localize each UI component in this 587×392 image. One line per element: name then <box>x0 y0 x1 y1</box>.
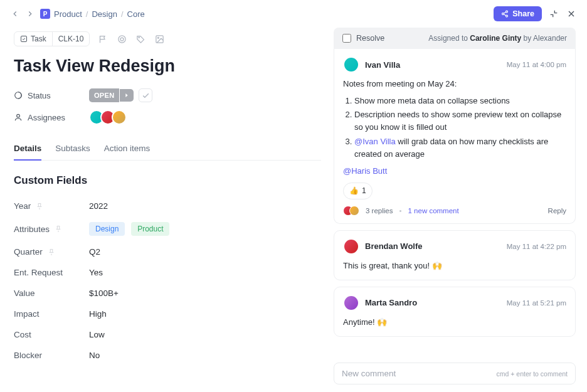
cf-row: Blocker No <box>14 345 321 366</box>
cf-value[interactable]: Design Product <box>89 222 173 236</box>
tag[interactable]: Design <box>89 222 125 236</box>
comment-card: Brendan Wolfe May 11 at 4:22 pm This is … <box>334 230 576 280</box>
tab-action-items[interactable]: Action items <box>104 139 151 160</box>
cf-value[interactable]: Yes <box>89 268 103 277</box>
reaction-button[interactable]: 👍1 <box>343 183 373 199</box>
task-tabs: Details Subtasks Action items <box>14 139 321 161</box>
collapse-icon[interactable] <box>548 8 559 19</box>
resolve-bar: Resolve Assigned to Caroline Ginty by Al… <box>334 28 576 49</box>
tag[interactable]: Product <box>131 222 169 236</box>
assignees-label: Assignees <box>28 113 65 122</box>
comment-list-item: Show more meta data on collapse sections <box>354 94 566 108</box>
svg-point-1 <box>502 13 504 15</box>
svg-marker-14 <box>126 93 128 97</box>
cf-row: Year 2022 <box>14 196 321 216</box>
comment-text: Anytime! 🙌 <box>343 311 566 329</box>
resolve-label: Resolve <box>356 34 384 43</box>
breadcrumb-item[interactable]: Core <box>127 9 145 19</box>
comment-card: Ivan Villa May 11 at 4:00 pm Notes from … <box>334 49 576 224</box>
comment-composer: cmd + enter to comment <box>334 363 576 384</box>
cf-value[interactable]: 2022 <box>89 201 108 211</box>
svg-point-15 <box>17 114 20 117</box>
custom-fields-heading: Custom Fields <box>14 161 321 196</box>
breadcrumb-separator: / <box>86 9 88 19</box>
svg-point-2 <box>506 15 508 17</box>
new-comment-link[interactable]: 1 new comment <box>408 207 459 215</box>
svg-line-4 <box>504 12 506 13</box>
cf-label: Quarter <box>14 247 43 257</box>
comment-author: Ivan Villa <box>365 60 400 70</box>
nav-forward-icon[interactable] <box>25 9 35 19</box>
cf-value[interactable]: Low <box>89 330 105 339</box>
breadcrumb-item[interactable]: Product <box>54 9 82 19</box>
task-title[interactable]: Task View Redesign <box>14 54 321 85</box>
chip-id-label: CLK-10 <box>52 32 90 46</box>
cf-label: Year <box>14 201 31 211</box>
image-icon[interactable] <box>155 34 165 44</box>
mention[interactable]: @Haris Butt <box>343 165 566 177</box>
svg-point-9 <box>120 38 124 41</box>
share-button[interactable]: Share <box>494 6 542 21</box>
reply-avatars <box>343 206 359 216</box>
comment-list-item: Description needs to show some preview t… <box>354 108 566 134</box>
cf-row: Cost Low <box>14 324 321 345</box>
cf-row: Quarter Q2 <box>14 241 321 262</box>
resolve-checkbox[interactable] <box>342 34 351 43</box>
space-icon: P <box>40 9 50 19</box>
cf-row: Attributes Design Product <box>14 216 321 241</box>
breadcrumb-item[interactable]: Design <box>92 9 117 19</box>
comment-input[interactable] <box>342 369 496 378</box>
share-icon <box>501 10 509 18</box>
topbar: P Product / Design / Core Share <box>0 0 587 28</box>
tag-icon[interactable] <box>136 34 146 44</box>
share-label: Share <box>512 9 534 18</box>
pin-icon <box>55 225 62 233</box>
sprint-icon[interactable] <box>117 34 127 44</box>
reply-button[interactable]: Reply <box>548 207 566 215</box>
comment-time: May 11 at 5:21 pm <box>507 299 566 307</box>
cf-row: Value $100B+ <box>14 283 321 304</box>
tab-details[interactable]: Details <box>14 139 41 161</box>
close-icon[interactable] <box>566 8 577 19</box>
status-value[interactable]: OPEN <box>89 88 119 102</box>
cf-value[interactable]: Q2 <box>89 247 100 257</box>
cf-value[interactable]: No <box>89 351 100 360</box>
assignees-list[interactable] <box>89 110 127 125</box>
composer-hint: cmd + enter to comment <box>496 370 568 378</box>
flag-icon[interactable] <box>98 34 108 44</box>
comment-time: May 11 at 4:00 pm <box>507 61 566 68</box>
breadcrumb[interactable]: P Product / Design / Core <box>40 9 145 19</box>
mention[interactable]: @Ivan Villa <box>354 137 396 146</box>
avatar[interactable] <box>343 295 359 311</box>
comments-panel: Resolve Assigned to Caroline Ginty by Al… <box>334 28 587 392</box>
replies-count[interactable]: 3 replies <box>366 207 393 215</box>
cf-label: Blocker <box>14 351 42 360</box>
svg-point-8 <box>119 35 125 42</box>
cf-value[interactable]: High <box>89 309 107 319</box>
cf-value[interactable]: $100B+ <box>89 289 119 298</box>
avatar[interactable] <box>112 110 127 125</box>
nav-back-icon[interactable] <box>10 9 20 19</box>
cf-label: Ent. Request <box>14 268 63 277</box>
cf-label: Cost <box>14 330 31 339</box>
svg-point-10 <box>139 37 139 38</box>
cf-label: Attributes <box>14 225 50 234</box>
status-label: Status <box>28 91 51 100</box>
assignees-icon <box>14 113 23 122</box>
status-next-button[interactable] <box>120 89 134 102</box>
task-id-chip[interactable]: Task CLK-10 <box>14 31 90 46</box>
complete-button[interactable] <box>139 88 152 102</box>
tab-subtasks[interactable]: Subtasks <box>55 139 90 160</box>
task-icon <box>20 35 28 43</box>
comment-card: Marta Sandro May 11 at 5:21 pm Anytime! … <box>334 287 576 337</box>
comment-time: May 11 at 4:22 pm <box>507 243 566 250</box>
comment-text: This is great, thank you! 🙌 <box>343 255 566 272</box>
svg-rect-7 <box>21 36 27 42</box>
cf-label: Value <box>14 289 35 298</box>
avatar[interactable] <box>343 238 359 255</box>
cf-row: Impact High <box>14 304 321 324</box>
comment-author: Brendan Wolfe <box>365 241 423 251</box>
cf-label: Impact <box>14 309 40 319</box>
svg-point-12 <box>158 37 159 38</box>
avatar[interactable] <box>343 56 359 73</box>
